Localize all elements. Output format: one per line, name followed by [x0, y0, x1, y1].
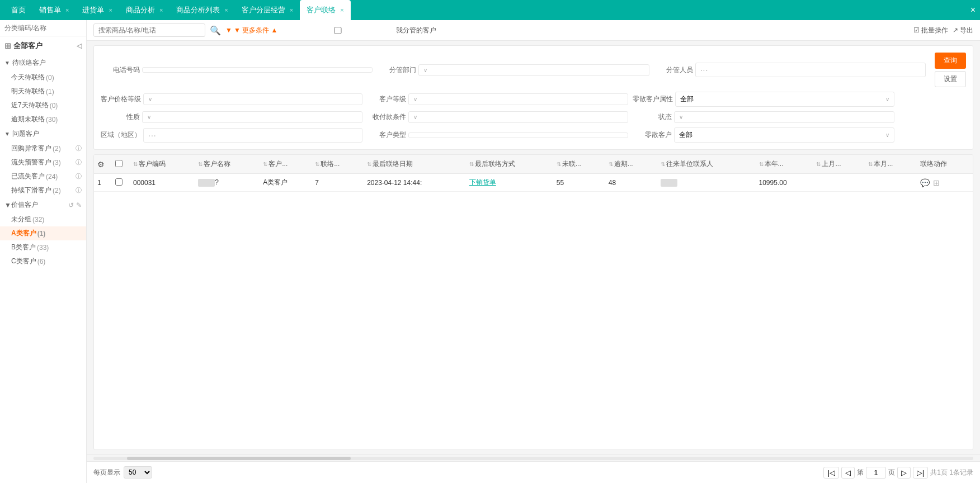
column-settings-icon[interactable]: ⚙	[97, 160, 105, 169]
sidebar-collapse-icon[interactable]: ◁	[77, 42, 82, 50]
close-sales-icon[interactable]: ×	[65, 0, 69, 20]
filter-dept: 分管部门 ∨	[377, 64, 649, 76]
per-page-select[interactable]: 50 100 200	[124, 466, 152, 479]
scroll-thumb[interactable]	[127, 457, 351, 460]
sidebar-item-overdue-contact[interactable]: 逾期未联络(30)	[0, 112, 86, 126]
th-name: ⇅客户名称	[195, 155, 260, 174]
nav-sales[interactable]: 销售单 ×	[32, 0, 76, 20]
nav-customer-segment[interactable]: 客户分层经营 ×	[235, 0, 300, 20]
sidebar-search-input[interactable]	[4, 24, 87, 32]
sidebar-item-class-a[interactable]: A类客户(1)	[0, 226, 86, 240]
page-input[interactable]	[866, 467, 886, 479]
nav-home[interactable]: 首页	[4, 0, 32, 20]
query-button[interactable]: 查询	[935, 53, 966, 69]
sidebar-item-ungrouped[interactable]: 未分组(32)	[0, 212, 86, 226]
select-all-checkbox[interactable]	[115, 160, 123, 167]
filter-retail-customer-select[interactable]: 全部 ∨	[674, 127, 894, 143]
nav-purchase[interactable]: 进货单 ×	[76, 0, 119, 20]
filter-customer-type-input[interactable]	[408, 132, 629, 138]
filter-row-3: 性质 ∨ 收付款条件 ∨ 状态 ∨	[101, 109, 966, 125]
filter-dept-select[interactable]: ∨	[418, 64, 649, 76]
filter-manager-input[interactable]: ···	[695, 63, 926, 77]
search-input[interactable]	[93, 23, 205, 37]
info-icon-churned: ⓘ	[76, 172, 82, 181]
td-name: ?	[195, 174, 260, 192]
page-navigation: |◁ ◁ 第 页 ▷ ▷| 共1页 1条记录	[823, 467, 973, 479]
sidebar-item-churned[interactable]: 已流失客户(24) ⓘ	[0, 169, 86, 183]
row-checkbox[interactable]	[115, 178, 123, 186]
th-checkbox	[112, 155, 130, 174]
nav-product-analysis[interactable]: 商品分析 ×	[119, 0, 169, 20]
td-last-month	[813, 174, 865, 192]
export-button[interactable]: ↗ 导出	[953, 26, 973, 35]
last-page-button[interactable]: ▷|	[913, 467, 928, 479]
th-last-contact-method: ⇅最后联络方式	[466, 155, 553, 174]
sidebar-item-tomorrow-contact[interactable]: 明天待联络(1)	[0, 84, 86, 98]
edit-icon[interactable]: ✎	[76, 201, 82, 209]
pending-arrow-icon: ▼	[4, 60, 10, 66]
filter-nature: 性质 ∨	[101, 111, 362, 123]
search-button[interactable]: 🔍	[210, 25, 221, 36]
td-code: 000031	[130, 174, 195, 192]
main-content: 🔍 ▼ ▼ 更多条件 ▲ 我分管的客户 ☑ 批量操作 ↗ 导出	[87, 20, 980, 483]
contact-method-link[interactable]: 下销货单	[469, 178, 496, 186]
nav-product-list[interactable]: 商品分析列表 ×	[169, 0, 234, 20]
settings-button[interactable]: 设置	[935, 71, 966, 87]
close-product-analysis-icon[interactable]: ×	[159, 0, 163, 20]
my-customers-checkbox-label[interactable]: 我分管的客户	[282, 26, 436, 35]
th-actions: 联络动作	[917, 155, 973, 174]
first-page-button[interactable]: |◁	[823, 467, 838, 479]
sidebar-item-7day-contact[interactable]: 近7天待联络(0)	[0, 98, 86, 112]
filter-region-input[interactable]: ···	[143, 128, 362, 143]
filter-nature-select[interactable]: ∨	[142, 111, 362, 123]
filter-row-2: 客户价格等级 ∨ 客户等级 ∨ 零散客户属性 全部 ∨	[101, 89, 966, 109]
refresh-icon[interactable]: ↺	[68, 201, 74, 209]
sidebar: 🔍 ⊞ 全部客户 ◁ ▼ 待联络客户 今天待联络(0) 明天待联络(1) 近7天…	[0, 20, 87, 483]
my-customers-checkbox[interactable]	[282, 27, 394, 34]
close-customer-segment-icon[interactable]: ×	[290, 0, 293, 20]
prev-page-button[interactable]: ◁	[841, 467, 855, 479]
next-page-button[interactable]: ▷	[897, 467, 911, 479]
filter-status-select[interactable]: ∨	[674, 111, 894, 123]
export-icon: ↗	[953, 26, 958, 34]
td-contact-person	[657, 174, 756, 192]
total-records: 共1页 1条记录	[930, 468, 973, 477]
td-customer-type: A类客户	[260, 174, 312, 192]
sidebar-all-customers[interactable]: ⊞ 全部客户 ◁	[0, 36, 86, 55]
batch-op-button[interactable]: ☑ 批量操作	[913, 26, 948, 35]
filter-retail-attr: 零散客户属性 全部 ∨	[633, 92, 894, 107]
th-last-contact-date: ⇅最后联络日期	[364, 155, 466, 174]
sidebar-item-class-c[interactable]: C类客户(6)	[0, 254, 86, 268]
th-this-month: ⇅本月...	[865, 155, 917, 174]
filter-region: 区域（地区） ···	[101, 128, 362, 143]
filter-price-level: 客户价格等级 ∨	[101, 93, 362, 105]
sidebar-item-churn-warning[interactable]: 流失预警客户(3) ⓘ	[0, 155, 86, 169]
close-all-tabs[interactable]: ×	[970, 5, 976, 15]
sidebar-item-today-contact[interactable]: 今天待联络(0)	[0, 70, 86, 84]
close-purchase-icon[interactable]: ×	[109, 0, 112, 20]
filter-phone-input[interactable]	[142, 67, 373, 73]
td-contact-count: 7	[312, 174, 364, 192]
close-customer-contact-icon[interactable]: ×	[340, 0, 343, 20]
filter-price-level-select[interactable]: ∨	[143, 93, 362, 105]
filter-payment-select[interactable]: ∨	[408, 111, 629, 123]
chat-icon[interactable]: 💬	[920, 178, 930, 187]
nav-customer-contact[interactable]: 客户联络 ×	[300, 0, 350, 20]
sidebar-item-declining[interactable]: 持续下滑客户(2) ⓘ	[0, 183, 86, 197]
horizontal-scrollbar[interactable]	[87, 454, 980, 461]
info-icon-churn: ⓘ	[76, 158, 82, 167]
sidebar-item-repurchase-abnormal[interactable]: 回购异常客户(2) ⓘ	[0, 141, 86, 155]
td-overdue: 48	[605, 174, 657, 192]
filter-button[interactable]: ▼ ▼ 更多条件 ▲	[225, 26, 277, 35]
sidebar-item-class-b[interactable]: B类客户(33)	[0, 240, 86, 254]
filter-retail-attr-select[interactable]: 全部 ∨	[675, 92, 894, 107]
sidebar-section-problem[interactable]: ▼ 问题客户	[0, 126, 86, 141]
close-product-list-icon[interactable]: ×	[224, 0, 228, 20]
filter-row-1: 电话号码 分管部门 ∨ 分管人员 ··· 查询 设置	[101, 50, 966, 89]
toolbar-right: ☑ 批量操作 ↗ 导出	[913, 26, 973, 35]
qr-icon[interactable]: ⊞	[933, 178, 940, 187]
filter-customer-level: 客户等级 ∨	[367, 93, 629, 105]
info-icon-declining: ⓘ	[76, 186, 82, 195]
sidebar-section-pending[interactable]: ▼ 待联络客户	[0, 55, 86, 70]
filter-customer-level-select[interactable]: ∨	[408, 93, 629, 105]
